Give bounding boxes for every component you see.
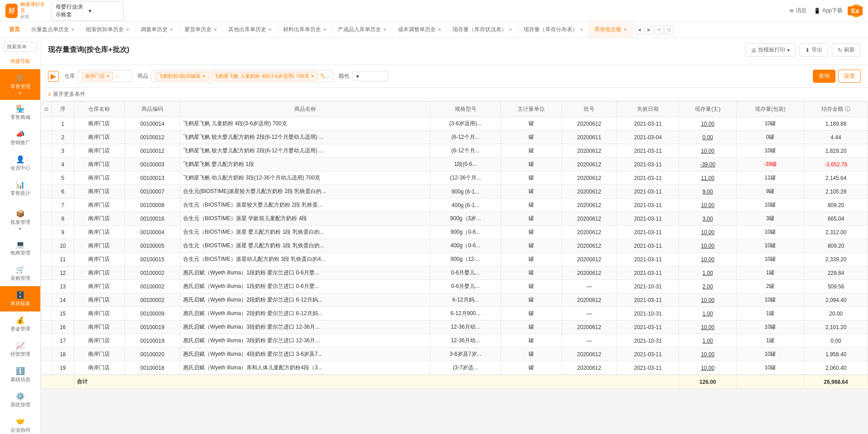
sidebar-search-input[interactable] bbox=[4, 42, 37, 52]
store-selector[interactable]: 母婴行业演示账套 ▾ bbox=[52, 1, 124, 21]
nav-tab-2[interactable]: 组装拆卸单历史 ✕ bbox=[80, 22, 135, 38]
cell-name-15: 惠氏启赋（Wyeth illuma）3段奶粉 爱尔兰进口 12-36月... bbox=[180, 321, 430, 334]
sidebar-item-basic[interactable]: ℹ️ 基础信息 bbox=[0, 362, 40, 387]
cell-stock-pkg-13: 10罐 bbox=[736, 293, 804, 307]
filter-tag-product2-close[interactable]: ✕ bbox=[311, 74, 314, 79]
sidebar-item-enterprise[interactable]: 🤝 企业协同 bbox=[0, 413, 40, 434]
tab-close-9[interactable]: ✕ bbox=[509, 27, 512, 32]
sidebar-item-marketing[interactable]: 📣 营销推广 bbox=[0, 125, 40, 151]
filter-tag-warehouse-close[interactable]: ✕ bbox=[106, 74, 110, 79]
nav-tab-6[interactable]: 材料出库单历史 ✕ bbox=[278, 22, 332, 38]
refresh-btn[interactable]: ↻ 刷新 bbox=[832, 43, 861, 57]
filter-expand-btn[interactable]: ▶ bbox=[48, 71, 59, 82]
sidebar-item-purchase[interactable]: 🛒 采购管理 bbox=[0, 261, 40, 286]
nav-tab-1[interactable]: 分量盘点单历史 ✕ bbox=[26, 22, 80, 38]
settings-btn[interactable]: 设置 bbox=[838, 70, 861, 83]
cell-num-3: 4 bbox=[52, 158, 74, 171]
print-btn[interactable]: 🖨 按模板打印 ▾ bbox=[745, 43, 796, 57]
tab-close-6[interactable]: ✕ bbox=[323, 27, 326, 32]
tab-close-7[interactable]: ✕ bbox=[383, 27, 387, 32]
cell-stock-main-3[interactable]: -39.00 bbox=[679, 158, 736, 171]
cell-stock-main-13[interactable]: 10.00 bbox=[679, 293, 736, 307]
sidebar-item-retail[interactable]: 🛒 零售管理 ▾ bbox=[0, 69, 40, 100]
tab-close-11[interactable]: ✕ bbox=[623, 27, 627, 32]
nav-close-all[interactable]: ✕ bbox=[655, 25, 664, 34]
export-btn[interactable]: ⬇ 导出 bbox=[799, 43, 828, 57]
cell-stock-main-1[interactable]: 0.00 bbox=[679, 131, 736, 144]
cell-spec-4: (12-36个月... bbox=[430, 171, 501, 185]
cell-stock-main-8[interactable]: 10.00 bbox=[679, 226, 736, 239]
cell-stock-main-14[interactable]: 1.00 bbox=[679, 307, 736, 321]
purchase-icon: 🛒 bbox=[16, 265, 25, 274]
sidebar-item-system[interactable]: ⚙️ 系统管理 bbox=[0, 387, 40, 413]
cell-settings-18 bbox=[41, 361, 52, 375]
cell-stock-main-5[interactable]: 9.00 bbox=[679, 185, 736, 198]
col-header-settings[interactable]: ⚙ bbox=[41, 102, 52, 117]
cell-batch-3: 20200612 bbox=[561, 158, 617, 171]
app-download-btn[interactable]: 📱 App下载 bbox=[814, 7, 843, 14]
cell-expire-16: 2021-10-31 bbox=[617, 334, 679, 348]
table-row: 14 南岸门店 00100002 惠氏启赋（Wyeth illuma）2段奶粉 … bbox=[41, 293, 868, 307]
cell-stock-main-9[interactable]: 10.00 bbox=[679, 239, 736, 253]
cell-stock-main-15[interactable]: 10.00 bbox=[679, 321, 736, 334]
cell-spec-15: 12-36月幼... bbox=[430, 321, 501, 334]
nav-tab-9[interactable]: 现存量（库存状况表） ✕ bbox=[447, 22, 518, 38]
nav-tab-11[interactable]: 库存批次账 ✕ bbox=[589, 22, 633, 38]
cell-stock-pkg-9: 10罐 bbox=[736, 239, 804, 253]
nav-tab-4[interactable]: 要货单历史 ✕ bbox=[179, 22, 223, 38]
nav-more[interactable]: ⊡ bbox=[665, 25, 674, 34]
cell-stock-main-16[interactable]: 1.00 bbox=[679, 334, 736, 348]
filter-warehouse-box[interactable]: 南岸门店 ✕ ··· bbox=[78, 70, 132, 82]
cell-stock-main-2[interactable]: 10.00 bbox=[679, 144, 736, 158]
nav-tab-7[interactable]: 产成品入库单历史 ✕ bbox=[332, 22, 392, 38]
sidebar-item-inventory[interactable]: 🗄️ 库存核算 bbox=[0, 286, 40, 311]
column-settings-icon[interactable]: ⚙ bbox=[44, 106, 49, 113]
cell-code-0: 00100014 bbox=[125, 117, 180, 131]
cell-stock-main-12[interactable]: 2.00 bbox=[679, 280, 736, 293]
message-btn[interactable]: ✉ 消息 bbox=[789, 7, 807, 14]
cell-stock-main-0[interactable]: 10.00 bbox=[679, 117, 736, 131]
cell-stock-main-4[interactable]: 11.00 bbox=[679, 171, 736, 185]
tab-close-2[interactable]: ✕ bbox=[126, 27, 129, 32]
sidebar-item-member[interactable]: 👤 会员中心 bbox=[0, 151, 40, 176]
cell-stock-main-10[interactable]: 10.00 bbox=[679, 253, 736, 266]
nav-tab-5[interactable]: 其他出库单历史 ✕ bbox=[223, 22, 278, 38]
nav-tab-3[interactable]: 调拨单历史 ✕ bbox=[135, 22, 179, 38]
sidebar-item-operations[interactable]: 📈 经营管理 bbox=[0, 337, 40, 362]
nav-tab-home[interactable]: 首页 bbox=[4, 22, 26, 38]
table-row: 16 南岸门店 00100019 惠氏启赋（Wyeth illuma）3段奶粉 … bbox=[41, 321, 868, 334]
cell-stock-main-17[interactable]: 10.00 bbox=[679, 348, 736, 361]
cell-stock-main-11[interactable]: 1.00 bbox=[679, 266, 736, 280]
tab-close-1[interactable]: ✕ bbox=[71, 27, 75, 32]
sidebar-item-retail-shop[interactable]: 🏪 零售商城 bbox=[0, 100, 40, 125]
nav-next[interactable]: ▶ bbox=[645, 25, 654, 34]
tab-close-3[interactable]: ✕ bbox=[170, 27, 173, 32]
operations-icon: 📈 bbox=[16, 341, 25, 350]
sidebar-item-ecommerce[interactable]: 💻 电商管理 bbox=[0, 236, 40, 261]
cell-stock-main-6[interactable]: 10.00 bbox=[679, 198, 736, 212]
tab-close-8[interactable]: ✕ bbox=[438, 27, 441, 32]
tab-close-10[interactable]: ✕ bbox=[580, 27, 583, 32]
tab-close-4[interactable]: ✕ bbox=[213, 27, 217, 32]
search-btn[interactable]: 查询 bbox=[813, 70, 835, 83]
filter-tag-product1-close[interactable]: ✕ bbox=[202, 74, 206, 79]
nav-tab-10[interactable]: 现存量（库存分布表） ✕ bbox=[518, 22, 589, 38]
table-row: 3 南岸门店 00100012 飞鹤星飞帆 较大婴儿配方奶粉 2段(6-12个月… bbox=[41, 144, 868, 158]
filter-area: ▶ 仓库 南岸门店 ✕ ··· 商品 bbox=[41, 65, 868, 88]
expand-more-btn[interactable]: ⊻ 展开更多条件 bbox=[41, 88, 868, 101]
nav-prev[interactable]: ◀ bbox=[635, 25, 644, 34]
cell-stock-main-7[interactable]: 3.00 bbox=[679, 212, 736, 226]
sidebar-item-retail-stat[interactable]: 📊 零售统计 bbox=[0, 176, 40, 201]
cell-settings-1 bbox=[41, 131, 52, 144]
tab-close-5[interactable]: ✕ bbox=[268, 27, 272, 32]
cell-spec-7: 900g（3岁... bbox=[430, 212, 501, 226]
filter-product-box[interactable]: 飞鹤奶粉3段四罐装 ✕ 飞鹤星飞帆 儿童奶粉 4段(3-6岁适用) 700克 ✕… bbox=[151, 70, 333, 82]
table-row: 8 南岸门店 00100016 合生元（BIOSTIME）派星 学龄前儿童配方奶… bbox=[41, 212, 868, 226]
nav-tab-8[interactable]: 成本调整单历史 ✕ bbox=[392, 22, 447, 38]
sidebar-item-wholesale[interactable]: 📦 批发管理 ▾ bbox=[0, 205, 40, 236]
sidebar-item-finance[interactable]: 💰 资金管理 bbox=[0, 311, 40, 337]
cell-code-3: 00100003 bbox=[125, 158, 180, 171]
filter-color-box[interactable]: ▾ bbox=[352, 71, 388, 81]
table-row: 1 南岸门店 00100014 飞鹤星飞帆 儿童奶粉 4段(3-6岁适用) 70… bbox=[41, 117, 868, 131]
cell-stock-main-18[interactable]: 10.00 bbox=[679, 361, 736, 375]
